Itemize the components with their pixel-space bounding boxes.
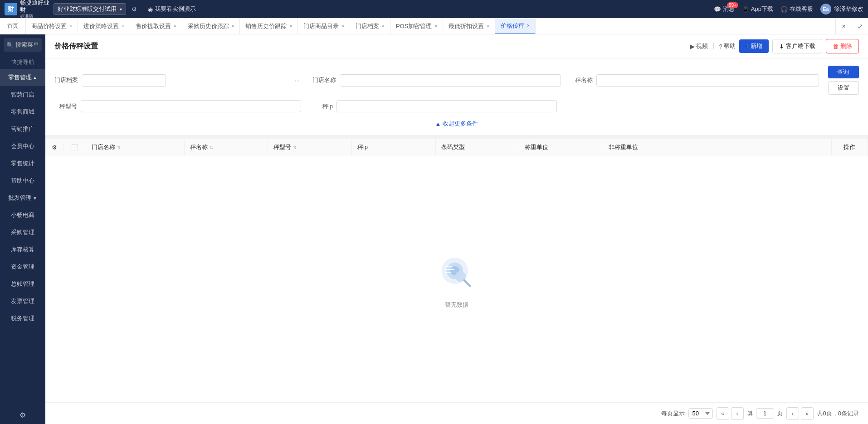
- prev-page-button[interactable]: ‹: [731, 407, 744, 420]
- tab-close-icon[interactable]: ×: [69, 24, 72, 29]
- query-button[interactable]: 查询: [828, 66, 859, 78]
- app-logo: 财 畅捷通好业财 标准版: [5, 0, 50, 19]
- sidebar-item-member-center[interactable]: 会员中心: [0, 138, 45, 155]
- th-scale-name: 秤名称 ⇅: [185, 139, 268, 156]
- sort-scale-name-icon[interactable]: ⇅: [210, 145, 213, 150]
- page-size-label: 每页显示: [661, 410, 685, 418]
- th-action: 操作: [832, 139, 868, 156]
- tab-purchase-history[interactable]: 采购历史价跟踪 ×: [182, 18, 240, 34]
- add-button[interactable]: + 新增: [739, 39, 769, 53]
- tab-close-icon[interactable]: ×: [527, 23, 530, 28]
- last-page-button[interactable]: »: [801, 407, 814, 420]
- tab-close-icon[interactable]: ×: [122, 24, 124, 29]
- tab-close-icon[interactable]: ×: [289, 24, 292, 29]
- page-label: 算: [747, 410, 753, 418]
- page-header: 价格传秤设置 ▶ 视频 ? 帮助 + 新增 ⬇ 客户端下载 🗑: [45, 34, 868, 58]
- sort-store-icon[interactable]: ⇅: [117, 145, 121, 150]
- messages-button[interactable]: 💬 消息 99+: [714, 5, 735, 13]
- tab-sales-history[interactable]: 销售历史价跟踪 ×: [240, 18, 298, 34]
- demo-icon: ◉: [148, 6, 153, 13]
- sidebar-item-invoice[interactable]: 发票管理: [0, 293, 45, 310]
- th-non-weight-unit: 非称重单位: [603, 139, 832, 156]
- tab-controls: × ⤢: [835, 18, 868, 34]
- sidebar-item-tax[interactable]: 税务管理: [0, 310, 45, 327]
- scale-ip-label: 秤ip: [310, 102, 333, 111]
- search-menu-button[interactable]: 🔍 搜索菜单: [4, 38, 42, 52]
- version-label: 好业财标准版交付试用: [58, 5, 117, 13]
- tab-sale-price[interactable]: 售价提取设置 ×: [130, 18, 182, 34]
- sidebar-item-retail-stats[interactable]: 零售统计: [0, 155, 45, 172]
- demo-button[interactable]: ◉ 我要看实例演示: [148, 5, 196, 13]
- version-selector[interactable]: 好业财标准版交付试用 ▾: [54, 3, 126, 15]
- delete-button[interactable]: 🗑 删除: [826, 39, 859, 53]
- sidebar-item-inventory[interactable]: 库存核算: [0, 241, 45, 258]
- tab-product-pricing[interactable]: 商品价格设置 ×: [26, 18, 78, 34]
- first-page-button[interactable]: «: [717, 407, 729, 420]
- empty-state: 暂无数据: [45, 156, 868, 402]
- sidebar-item-purchase[interactable]: 采购管理: [0, 224, 45, 241]
- table-header: ⚙ 门店名称 ⇅ 秤名称 ⇅ 秤型号 ⇅ 秤ip: [45, 139, 868, 156]
- main-layout: 🔍 搜索菜单 快捷导航 零售管理 ▲ 智慧门店 零售商城 营销推广 会员中心 零…: [0, 34, 868, 424]
- sidebar-settings-button[interactable]: ⚙: [0, 406, 45, 424]
- page-size-select[interactable]: 50 10 20 100: [688, 408, 713, 419]
- logo-icon: 财: [5, 3, 17, 15]
- sidebar-item-help-center[interactable]: 帮助中心: [0, 172, 45, 189]
- store-archive-input[interactable]: [82, 74, 166, 87]
- settings-button[interactable]: 设置: [828, 81, 859, 95]
- tab-price-scale[interactable]: 价格传秤 ×: [495, 18, 536, 34]
- select-all-checkbox[interactable]: [72, 144, 78, 150]
- tab-store-archive[interactable]: 门店档案 ×: [350, 18, 390, 34]
- tab-close-icon[interactable]: ×: [382, 24, 385, 29]
- tab-close-icon[interactable]: ×: [232, 24, 234, 29]
- demo-label: 我要看实例演示: [155, 5, 196, 13]
- sidebar-item-retail-mgmt[interactable]: 零售管理 ▲: [0, 69, 45, 86]
- sidebar-item-quick-nav: 快捷导航: [0, 55, 45, 69]
- collapse-up-icon: ▲: [435, 120, 441, 127]
- empty-text: 暂无数据: [445, 301, 468, 309]
- sidebar-item-smart-store[interactable]: 智慧门店: [0, 86, 45, 103]
- sidebar-item-wholesale[interactable]: 批发管理 ▼: [0, 189, 45, 207]
- sidebar-item-xiaochang-ecom[interactable]: 小畅电商: [0, 207, 45, 224]
- svg-rect-6: [445, 269, 454, 270]
- more-options-icon[interactable]: ···: [295, 77, 300, 84]
- arrow-up-icon: ▲: [33, 75, 37, 80]
- header-right: 💬 消息 99+ 📱 App下载 🎧 在线客服 Ea 徐泽华修改: [714, 4, 863, 14]
- th-settings[interactable]: ⚙: [45, 144, 63, 151]
- store-name-input[interactable]: [340, 74, 561, 87]
- tab-expand-button[interactable]: ⤢: [852, 18, 868, 34]
- collapse-label: 收起更多条件: [443, 120, 478, 128]
- sidebar-item-retail-mall[interactable]: 零售商城: [0, 103, 45, 120]
- tab-store-catalog[interactable]: 门店商品目录 ×: [298, 18, 350, 34]
- next-page-button[interactable]: ›: [786, 407, 799, 420]
- version-settings-button[interactable]: ⚙: [128, 3, 141, 15]
- scale-name-input[interactable]: [596, 74, 819, 87]
- help-link[interactable]: ? 帮助: [719, 42, 736, 50]
- scale-ip-input[interactable]: [336, 100, 557, 112]
- table-section: ⚙ 门店名称 ⇅ 秤名称 ⇅ 秤型号 ⇅ 秤ip: [45, 139, 868, 402]
- collapse-button[interactable]: ▲ 收起更多条件: [435, 120, 478, 128]
- page-number-input[interactable]: [756, 408, 774, 419]
- sidebar-item-general-ledger[interactable]: 总账管理: [0, 275, 45, 293]
- video-link[interactable]: ▶ 视频: [690, 42, 708, 50]
- tab-close-icon[interactable]: ×: [341, 24, 344, 29]
- sidebar-item-finance[interactable]: 资金管理: [0, 258, 45, 275]
- tab-close-icon[interactable]: ×: [174, 24, 176, 29]
- tab-close-icon[interactable]: ×: [434, 24, 437, 29]
- tab-home[interactable]: 首页: [0, 18, 26, 34]
- user-menu-button[interactable]: Ea 徐泽华修改: [820, 4, 863, 14]
- tab-close-button[interactable]: ×: [835, 18, 852, 34]
- sidebar-item-marketing[interactable]: 营销推广: [0, 120, 45, 138]
- online-service-button[interactable]: 🎧 在线客服: [780, 5, 813, 13]
- scale-model-input[interactable]: [81, 100, 301, 112]
- store-archive-input-wrapper: ···: [82, 74, 303, 87]
- tab-close-icon[interactable]: ×: [487, 24, 489, 29]
- page-nav: « ‹: [717, 407, 744, 420]
- app-download-button[interactable]: 📱 App下载: [742, 5, 773, 13]
- scale-name-label: 秤名称: [570, 76, 593, 84]
- tab-pos-encryption[interactable]: POS加密管理 ×: [390, 18, 443, 34]
- th-barcode-type: 条码类型: [436, 139, 520, 156]
- tab-purchase-strategy[interactable]: 进价策略设置 ×: [78, 18, 130, 34]
- sort-scale-model-icon[interactable]: ⇅: [293, 145, 297, 150]
- tab-min-discount[interactable]: 最低折扣设置 ×: [443, 18, 495, 34]
- download-client-button[interactable]: ⬇ 客户端下载: [772, 39, 822, 53]
